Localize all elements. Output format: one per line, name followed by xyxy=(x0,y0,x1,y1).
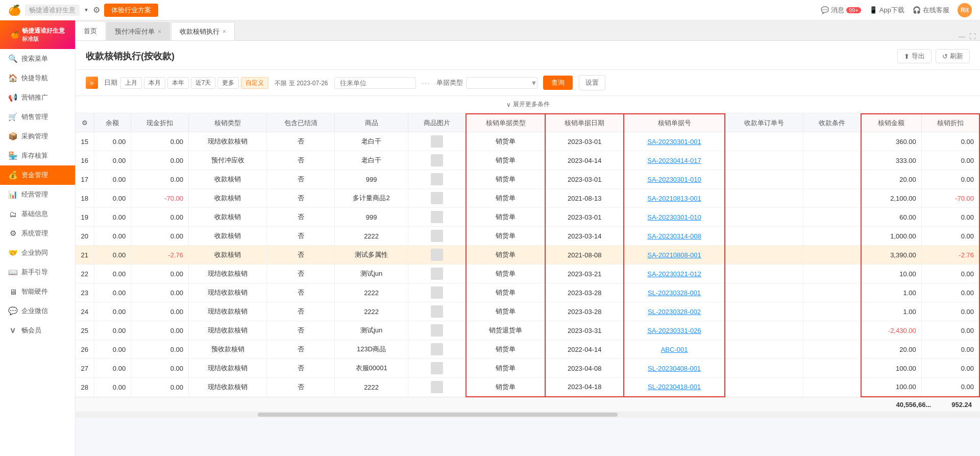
cell-include-settled: 否 xyxy=(267,170,335,189)
cell-doc-no[interactable]: SL-20230328-002 xyxy=(624,302,724,321)
sidebar-item-sales[interactable]: 🛒 销售管理 xyxy=(0,107,75,127)
cell-doc-no[interactable]: SA-20230414-017 xyxy=(624,151,724,170)
tab-prepay-close[interactable]: × xyxy=(158,28,161,35)
query-button[interactable]: 查询 xyxy=(543,76,573,90)
cell-include-settled: 否 xyxy=(267,189,335,208)
tab-home[interactable]: 首页 xyxy=(76,22,105,40)
cell-doc-no[interactable]: SA-20210808-001 xyxy=(624,246,724,265)
sidebar-item-operation[interactable]: 📊 经营管理 xyxy=(0,185,75,204)
export-label: 导出 xyxy=(912,52,925,61)
sidebar-label-finance: 资金管理 xyxy=(21,171,48,180)
sidebar-item-quick[interactable]: 🏠 快捷导航 xyxy=(0,68,75,88)
sidebar-item-finance[interactable]: 💰 资金管理 xyxy=(0,165,75,185)
cell-write-off-amount: 100.00 xyxy=(861,359,921,378)
cell-doc-no[interactable]: ABC-001 xyxy=(624,340,724,359)
cell-balance: 0.00 xyxy=(94,321,131,340)
cell-write-off-type: 现结收款核销 xyxy=(189,302,267,321)
scroll-bar-thumb[interactable] xyxy=(258,413,618,417)
date-btn-this-month[interactable]: 本月 xyxy=(144,77,165,89)
header-actions: ⬆ 导出 ↺ 刷新 xyxy=(897,49,970,63)
cell-receipt-order-no xyxy=(725,265,803,283)
date-btn-this-year[interactable]: 本年 xyxy=(167,77,189,89)
settings-icon[interactable]: ⚙ xyxy=(93,5,100,15)
filter-expand-button[interactable]: » xyxy=(86,77,98,89)
expand-conditions-button[interactable]: ∨ 展开更多条件 xyxy=(500,98,556,111)
refresh-button[interactable]: ↺ 刷新 xyxy=(936,49,970,63)
tab-prepay[interactable]: 预付冲应付单 × xyxy=(106,22,170,40)
scroll-bar-area[interactable] xyxy=(76,412,980,418)
cell-include-settled: 否 xyxy=(267,321,335,340)
sidebar-label-guide: 新手引导 xyxy=(21,268,48,277)
cell-write-off-discount: 0.00 xyxy=(921,378,979,397)
sidebar-item-member[interactable]: V 畅会员 xyxy=(0,321,75,340)
col-goods-img: 商品图片 xyxy=(408,114,467,132)
sidebar-item-marketing[interactable]: 📢 营销推广 xyxy=(0,88,75,107)
date-btn-more[interactable]: 更多 xyxy=(217,77,239,89)
col-settings[interactable]: ⚙ xyxy=(76,114,94,132)
cell-doc-date: 2023-03-14 xyxy=(545,227,624,246)
sidebar-item-search[interactable]: 🔍 搜索菜单 xyxy=(0,49,75,68)
top-bar-right: 💬 消息 99+ 📱 App下载 🎧 在线客服 Rit xyxy=(821,3,972,17)
sidebar-item-purchase[interactable]: 📦 采购管理 xyxy=(0,127,75,146)
from-company-input[interactable] xyxy=(334,77,416,89)
cell-write-off-amount: 333.00 xyxy=(861,151,921,170)
date-buttons: 上月 本月 本年 近7天 更多 自定义 xyxy=(120,77,269,89)
user-label: Rit xyxy=(961,7,969,14)
sidebar-item-enterprise[interactable]: 🤝 企业协同 xyxy=(0,243,75,262)
page-content: 收款核销执行(按收款) ⬆ 导出 ↺ 刷新 » xyxy=(76,41,980,456)
cell-doc-no[interactable]: SL-20230408-001 xyxy=(624,359,724,378)
cell-doc-date: 2023-03-01 xyxy=(545,132,624,151)
sidebar-item-system[interactable]: ⚙ 系统管理 xyxy=(0,224,75,243)
cell-doc-no[interactable]: SL-20230418-001 xyxy=(624,378,724,397)
table-row: 26 0.00 0.00 预收款核销 否 123D商品 销货单 2022-04-… xyxy=(76,340,979,359)
date-btn-7days[interactable]: 近7天 xyxy=(191,77,216,89)
cell-doc-no[interactable]: SA-20230301-010 xyxy=(624,170,724,189)
cell-write-off-amount: 60.00 xyxy=(861,208,921,227)
filter-settings-button[interactable]: 设置 xyxy=(579,75,605,90)
cell-doc-no[interactable]: SL-20230328-001 xyxy=(624,283,724,302)
avatar[interactable]: Rit xyxy=(958,3,972,17)
cell-goods: 999 xyxy=(335,170,408,189)
single-type-select[interactable] xyxy=(466,77,537,89)
sidebar-item-inventory[interactable]: 🏪 库存核算 xyxy=(0,146,75,165)
col-balance: 余额 xyxy=(94,114,131,132)
cell-id: 19 xyxy=(76,208,94,227)
table-row: 19 0.00 0.00 收款核销 否 999 销货单 2023-03-01 S… xyxy=(76,208,979,227)
sidebar-label-system: 系统管理 xyxy=(21,229,48,238)
industry-btn[interactable]: 体验行业方案 xyxy=(104,4,158,17)
cell-doc-no[interactable]: SA-20230301-010 xyxy=(624,208,724,227)
cell-goods: 老白干 xyxy=(335,132,408,151)
cell-goods: 123D商品 xyxy=(335,340,408,359)
footer-discount-total: 952.24 xyxy=(951,401,972,409)
cell-doc-no[interactable]: SA-20230331-026 xyxy=(624,321,724,340)
service-group[interactable]: 🎧 在线客服 xyxy=(913,6,949,15)
tab-receive[interactable]: 收款核销执行 × xyxy=(171,22,235,40)
cell-doc-no[interactable]: SA-20230301-001 xyxy=(624,132,724,151)
sidebar-item-wechat[interactable]: 💬 企业微信 xyxy=(0,301,75,321)
cell-goods-img xyxy=(408,340,467,359)
cell-doc-no[interactable]: SA-20230321-012 xyxy=(624,265,724,283)
cell-doc-no[interactable]: SA-20230314-008 xyxy=(624,227,724,246)
company-dropdown-arrow[interactable]: ▼ xyxy=(84,7,89,13)
export-button[interactable]: ⬆ 导出 xyxy=(897,49,932,63)
window-minimize-icon[interactable]: — xyxy=(959,33,965,40)
cell-write-off-discount: 0.00 xyxy=(921,265,979,283)
cell-balance: 0.00 xyxy=(94,359,131,378)
cell-doc-no[interactable]: SA-20210813-001 xyxy=(624,189,724,208)
content-area: 首页 预付冲应付单 × 收款核销执行 × — ⛶ 收款核销执行(按收款) xyxy=(76,20,980,456)
date-btn-custom[interactable]: 自定义 xyxy=(241,77,268,89)
window-maximize-icon[interactable]: ⛶ xyxy=(969,33,976,40)
cell-write-off-discount: 0.00 xyxy=(921,170,979,189)
sidebar-item-basic[interactable]: 🗂 基础信息 xyxy=(0,204,75,224)
sidebar-item-guide[interactable]: 📖 新手引导 xyxy=(0,262,75,282)
sidebar-item-hardware[interactable]: 🖥 智能硬件 xyxy=(0,282,75,301)
cell-doc-date: 2023-03-01 xyxy=(545,170,624,189)
cell-doc-date: 2021-08-08 xyxy=(545,246,624,265)
cell-write-off-type: 收款核销 xyxy=(189,189,267,208)
date-btn-last-month[interactable]: 上月 xyxy=(120,77,142,89)
tab-receive-close[interactable]: × xyxy=(223,28,226,35)
app-download-group[interactable]: 📱 App下载 xyxy=(869,6,904,15)
message-group[interactable]: 💬 消息 99+ xyxy=(821,6,861,15)
cell-doc-type: 销货单 xyxy=(466,208,545,227)
app-icon: 📱 xyxy=(869,6,877,14)
